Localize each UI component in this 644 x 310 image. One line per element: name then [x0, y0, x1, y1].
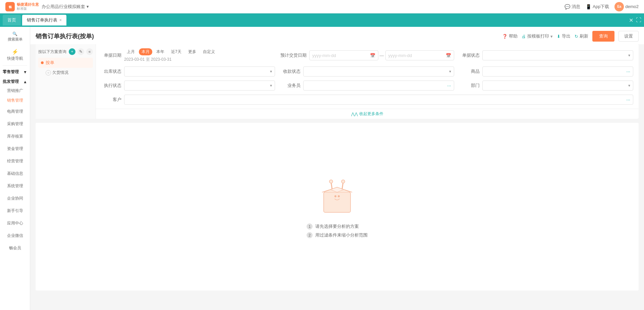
date-tab-more[interactable]: 更多 — [185, 48, 199, 55]
message-icon: 💬 — [565, 4, 570, 9]
delivery-status-select[interactable]: ▾ — [124, 66, 275, 76]
sidebar-item-newbie[interactable]: 新手引导 — [0, 205, 30, 217]
tab-bar-actions: ✕ ⛶ — [629, 17, 641, 23]
filter-scheme-title: 按以下方案查询 + ✎ « — [38, 48, 93, 55]
help-button[interactable]: ❓ 帮助 — [502, 33, 518, 39]
template-print-button[interactable]: 🖨 按模板打印 ▾ — [522, 33, 553, 39]
tab-bar-expand-button[interactable]: ⛶ — [636, 17, 641, 23]
tab-sales-order[interactable]: 销售订单执行表 × — [22, 15, 66, 25]
sidebar-item-finance[interactable]: 资金管理 — [0, 143, 30, 155]
sidebar-item-sales-mgmt[interactable]: 销售管理 — [0, 96, 30, 105]
sidebar-item-apps-label: 应用中心 — [7, 220, 23, 226]
app-download-icon: 📱 — [586, 4, 591, 9]
tab-bar-close-button[interactable]: ✕ — [629, 17, 633, 23]
app-download-button[interactable]: 📱 App下载 — [586, 4, 609, 10]
tab-bar: 首页 销售订单执行表 × ✕ ⛶ — [0, 13, 644, 27]
scheme-dot-icon — [41, 61, 44, 64]
user-avatar-button[interactable]: Ea demo2 — [614, 2, 639, 11]
query-button[interactable]: 查询 — [592, 31, 614, 42]
payment-status-select[interactable]: ▾ — [303, 66, 454, 76]
filter-fields: 单据日期 上月 本月 本年 近7天 更多 自定义 20 — [96, 44, 639, 119]
salesman-select[interactable]: ··· — [303, 81, 454, 91]
sidebar-retail-arrow-icon: ▼ — [23, 70, 27, 74]
sidebar: 🔍 搜索菜单 ⚡ 快捷导航 零售管理 ▼ 批发管理 ▲ 营销推广 销售管理 电商… — [0, 27, 30, 310]
scheme-item-order-label: 按单 — [46, 60, 54, 66]
sidebar-item-quick-nav[interactable]: ⚡ 快捷导航 — [0, 45, 30, 65]
expected-date-end[interactable]: yyyy-mm-dd 📅 — [385, 50, 454, 60]
customer-select[interactable]: ··· — [124, 95, 633, 105]
dept-select[interactable]: ▾ — [482, 81, 633, 91]
sidebar-search-label: 搜索菜单 — [1, 37, 29, 42]
dept-chevron-icon: ▾ — [628, 83, 630, 88]
salesman-label: 业务员 — [280, 83, 301, 89]
expected-date-start[interactable]: yyyy-mm-dd 📅 — [309, 50, 378, 60]
help-icon: ❓ — [502, 34, 507, 39]
sidebar-item-operation[interactable]: 经营管理 — [0, 155, 30, 167]
expected-date-start-placeholder: yyyy-mm-dd — [312, 53, 336, 58]
sidebar-item-member[interactable]: 畅会员 — [0, 242, 30, 254]
svg-point-7 — [334, 195, 336, 197]
logo-area: 畅 畅捷通好生意 标准版 — [5, 2, 39, 11]
user-name: demo2 — [625, 4, 639, 9]
scheme-item-backorder-label: 欠货情况 — [52, 70, 68, 75]
tab-close-icon[interactable]: × — [59, 18, 62, 22]
dept-label: 部门 — [460, 83, 480, 89]
empty-steps: 1 请先选择要分析的方案 2 用过滤条件来缩小分析范围 — [307, 223, 368, 238]
doc-status-select[interactable]: ▾ — [482, 50, 633, 60]
filter-item-payment-status: 收款状态 ▾ — [280, 66, 454, 76]
empty-icon — [317, 175, 357, 217]
filter-row-4: 客户 ··· — [96, 95, 639, 105]
sidebar-group-retail[interactable]: 零售管理 ▼ — [0, 66, 30, 76]
sidebar-item-ecommerce[interactable]: 电商管理 — [0, 105, 30, 118]
date-range-text: 2023-03-01 至 2023-03-31 — [124, 57, 275, 62]
tab-home[interactable]: 首页 — [3, 15, 21, 25]
breadcrumb[interactable]: 办公用品行业模拟账套 ▾ — [42, 4, 89, 10]
export-button[interactable]: ⬇ 导出 — [557, 33, 571, 39]
filter-item-delivery-status: 出库状态 ▾ — [101, 66, 275, 76]
date-tab-this-year[interactable]: 本年 — [154, 48, 167, 55]
date-tab-last-month[interactable]: 上月 — [124, 48, 138, 55]
export-icon: ⬇ — [557, 34, 560, 39]
sidebar-item-purchase[interactable]: 采购管理 — [0, 118, 30, 130]
sidebar-item-enterprise[interactable]: 企业协同 — [0, 192, 30, 205]
goods-label: 商品 — [460, 68, 480, 74]
date-tab-7days[interactable]: 近7天 — [168, 48, 184, 55]
print-icon: 🖨 — [522, 34, 526, 39]
sidebar-item-system[interactable]: 系统管理 — [0, 180, 30, 192]
filter-item-exec-status: 执行状态 ▾ — [101, 81, 275, 91]
goods-ellipsis-icon[interactable]: ··· — [626, 69, 630, 74]
sidebar-group-wholesale[interactable]: 批发管理 ▲ — [0, 76, 30, 86]
scheme-item-order[interactable]: 按单 — [38, 58, 93, 68]
settings-button[interactable]: 设置 — [619, 31, 639, 42]
collapse-bar[interactable]: ⋀⋀ 收起更多条件 — [96, 109, 639, 119]
scheme-add-button[interactable]: + — [69, 48, 75, 55]
sidebar-item-operation-label: 经营管理 — [7, 158, 23, 164]
sidebar-search[interactable]: 🔍 搜索菜单 — [0, 28, 30, 45]
message-button[interactable]: 💬 消息 — [565, 4, 580, 10]
salesman-ellipsis-icon[interactable]: ··· — [447, 83, 451, 88]
logo-text: 畅捷通好生意 — [17, 2, 39, 7]
svg-rect-2 — [324, 192, 351, 212]
sidebar-item-marketing[interactable]: 营销推广 — [0, 86, 30, 96]
date-tab-custom[interactable]: 自定义 — [200, 48, 218, 55]
refresh-icon: ↻ — [575, 34, 578, 39]
filter-item-expected-date: 预计交货日期 yyyy-mm-dd 📅 — yyyy-mm-dd 📅 — [280, 50, 454, 60]
exec-status-chevron-icon: ▾ — [270, 83, 272, 88]
goods-select[interactable]: ··· — [482, 66, 633, 76]
tab-home-label: 首页 — [7, 17, 16, 23]
breadcrumb-chevron-icon: ▾ — [87, 4, 89, 9]
exec-status-select[interactable]: ▾ — [124, 81, 275, 91]
scheme-item-backorder[interactable]: ○ 欠货情况 — [38, 68, 93, 78]
sidebar-item-apps[interactable]: 应用中心 — [0, 217, 30, 229]
sidebar-divider-1 — [3, 65, 27, 66]
filter-item-goods: 商品 ··· — [460, 66, 633, 76]
sidebar-item-inventory[interactable]: 库存核算 — [0, 130, 30, 143]
scheme-edit-button[interactable]: ✎ — [77, 48, 84, 55]
sidebar-item-basics[interactable]: 基础信息 — [0, 167, 30, 180]
date-tab-this-month[interactable]: 本月 — [139, 48, 152, 55]
sidebar-item-wechat[interactable]: 企业微信 — [0, 229, 30, 242]
scheme-collapse-button[interactable]: « — [86, 48, 93, 55]
title-actions: ❓ 帮助 🖨 按模板打印 ▾ ⬇ 导出 ↻ 刷新 查询 设置 — [502, 31, 639, 42]
customer-ellipsis-icon[interactable]: ··· — [626, 97, 630, 102]
refresh-button[interactable]: ↻ 刷新 — [575, 33, 588, 39]
